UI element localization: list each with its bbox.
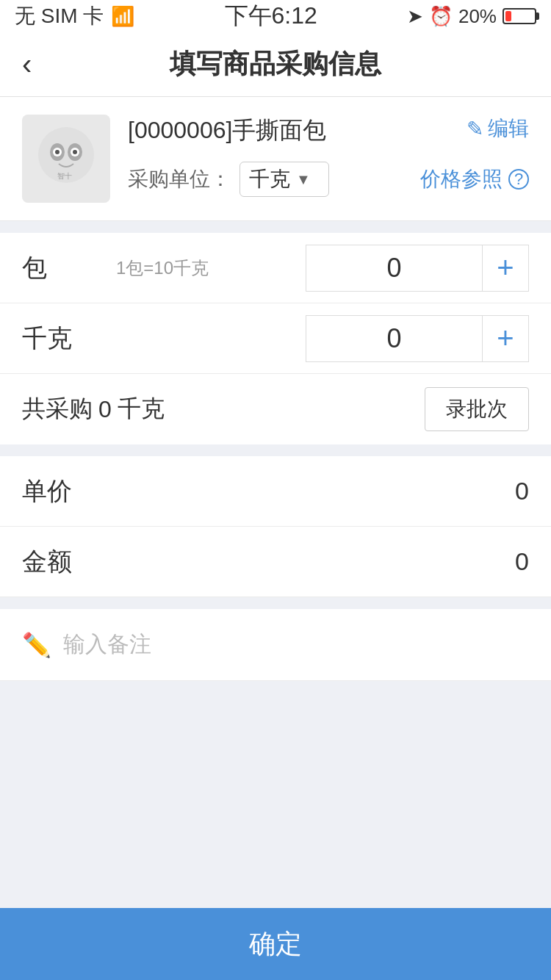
summary-quantity: 0: [98, 396, 112, 423]
battery-icon: [503, 8, 536, 24]
summary-section: 共采购 0 千克 录批次: [0, 374, 551, 444]
pack-sublabel: 1包=10千克: [116, 256, 209, 280]
nav-bar: ‹ 填写商品采购信息: [0, 32, 551, 97]
product-logo: 智十: [37, 126, 96, 192]
unit-select-value: 千克: [249, 165, 290, 193]
amount-row: 金额 0: [0, 527, 551, 597]
edit-label: 编辑: [488, 115, 529, 143]
chevron-down-icon: ▼: [296, 171, 311, 188]
product-name-row: [0000006]手撕面包 ✎ 编辑: [128, 115, 529, 147]
summary-prefix: 共采购: [22, 393, 93, 425]
unit-price-value: 0: [515, 477, 529, 505]
kg-input-right: +: [306, 315, 529, 362]
status-right: ➤ ⏰ 20%: [407, 5, 536, 28]
wifi-icon: 📶: [111, 5, 134, 28]
amount-value: 0: [515, 547, 529, 576]
product-image: 智十: [22, 115, 110, 203]
summary-row: 共采购 0 千克 录批次: [0, 374, 551, 444]
confirm-button[interactable]: 确定: [0, 908, 551, 980]
product-info: [0000006]手撕面包 ✎ 编辑 采购单位： 千克 ▼ 价格参照 ?: [128, 115, 529, 197]
unit-select[interactable]: 千克 ▼: [240, 162, 329, 197]
section-divider-3: [0, 597, 551, 609]
remark-section[interactable]: ✏️ 输入备注: [0, 609, 551, 681]
direction-icon: ➤: [407, 5, 423, 28]
unit-label: 采购单位：: [128, 165, 231, 193]
input-section: 包 1包=10千克 + 千克 +: [0, 233, 551, 374]
pack-quantity-input[interactable]: [306, 245, 482, 292]
unit-price-label: 单价: [22, 475, 72, 508]
price-ref-label: 价格参照: [420, 165, 503, 193]
back-button[interactable]: ‹: [22, 48, 66, 81]
price-ref-button[interactable]: 价格参照 ?: [420, 165, 529, 193]
kg-input-row: 千克 +: [0, 303, 551, 374]
sim-label: 无 SIM 卡: [15, 2, 104, 30]
unit-price-row: 单价 0: [0, 456, 551, 527]
battery-percent: 20%: [458, 5, 497, 28]
edit-button[interactable]: ✎ 编辑: [467, 115, 529, 143]
amount-label: 金额: [22, 545, 72, 579]
svg-point-5: [55, 150, 60, 154]
kg-quantity-input[interactable]: [306, 315, 482, 362]
kg-label: 千克: [22, 322, 110, 356]
remark-placeholder: 输入备注: [63, 630, 151, 660]
summary-unit: 千克: [118, 393, 165, 425]
svg-point-6: [73, 150, 77, 154]
alarm-icon: ⏰: [429, 5, 453, 28]
product-unit-row: 采购单位： 千克 ▼ 价格参照 ?: [128, 162, 529, 197]
edit-icon: ✎: [467, 117, 483, 141]
status-left: 无 SIM 卡 📶: [15, 2, 134, 30]
pack-input-right: +: [306, 245, 529, 292]
battery-fill: [505, 11, 511, 21]
svg-text:智十: 智十: [57, 172, 72, 180]
kg-plus-button[interactable]: +: [482, 315, 529, 362]
content-area: [0, 681, 551, 938]
product-name: [0000006]手撕面包: [128, 115, 467, 147]
page-title: 填写商品采购信息: [170, 46, 381, 82]
price-section: 单价 0 金额 0: [0, 456, 551, 597]
pencil-icon: ✏️: [22, 631, 51, 659]
section-divider-2: [0, 444, 551, 456]
product-card: 智十 [0000006]手撕面包 ✎ 编辑 采购单位： 千克 ▼: [0, 97, 551, 221]
pack-plus-button[interactable]: +: [482, 245, 529, 292]
pack-input-row: 包 1包=10千克 +: [0, 233, 551, 303]
section-divider-1: [0, 221, 551, 233]
price-ref-help-icon: ?: [508, 169, 529, 190]
batch-button[interactable]: 录批次: [425, 387, 529, 431]
pack-label: 包: [22, 251, 110, 285]
status-bar: 无 SIM 卡 📶 下午6:12 ➤ ⏰ 20%: [0, 0, 551, 32]
status-time: 下午6:12: [225, 0, 317, 32]
